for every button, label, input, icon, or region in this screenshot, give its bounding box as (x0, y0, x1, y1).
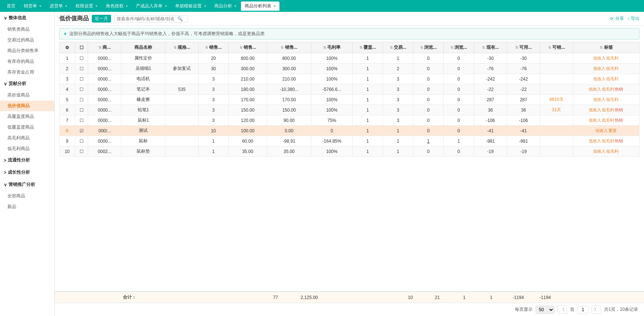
chevron-icon: > (4, 170, 6, 175)
nav-item-进货单[interactable]: 进货单× (46, 1, 71, 11)
cell-s3: 90.00 (267, 115, 311, 126)
col-header-code[interactable]: ⇅ 商... (88, 42, 121, 53)
cell-check: ☐ (75, 95, 88, 105)
cell-browse1[interactable]: 0 (413, 53, 443, 64)
chevron-icon: ∨ (4, 182, 7, 187)
cell-spec: 535 (165, 84, 198, 95)
nav-item-产成品入库单[interactable]: 产成品入库单× (132, 1, 171, 11)
cell-browse1[interactable]: 0 (413, 115, 443, 126)
nav-item-角色授权[interactable]: 角色授权× (102, 1, 132, 11)
sidebar-item-新品[interactable]: 新品 (0, 201, 54, 212)
cell-browse1[interactable]: 1 (413, 136, 443, 146)
sidebar-section-贡献分析[interactable]: ∨贡献分析 (0, 78, 54, 90)
tag-低收入: 低收入 (589, 118, 601, 122)
nav-close-icon[interactable]: × (95, 4, 98, 8)
col-header-available[interactable]: ⇅ 可用... (507, 42, 540, 53)
footer-cell-13 (586, 295, 640, 300)
col-header-cover[interactable]: ⇅ 覆盖... (352, 42, 383, 53)
sidebar-section-整体信息[interactable]: ∨整体信息 (0, 12, 54, 24)
time-filter-button[interactable]: 近一月 (92, 15, 111, 23)
first-page-button[interactable]: 〈 (557, 305, 567, 314)
col-header-saleable[interactable]: ⇅ 可销... (540, 42, 573, 53)
col-header-browse2[interactable]: ⇅ 浏览... (443, 42, 474, 53)
cell-s3: -10,380... (267, 84, 311, 95)
page-label: 首 (570, 306, 574, 313)
sidebar-item-低覆盖度商品[interactable]: 低覆盖度商品 (0, 122, 54, 133)
col-header-grossRate[interactable]: ⇅ 毛利率 (311, 42, 353, 53)
col-header-name[interactable]: 商品名称 (121, 42, 165, 53)
nav-item-销货单[interactable]: 销货单× (20, 1, 45, 11)
sidebar-item-高覆盖度商品[interactable]: 高覆盖度商品 (0, 111, 54, 122)
nav-close-icon[interactable]: × (126, 4, 128, 8)
page-number-input[interactable] (577, 306, 588, 313)
cell-browse2: 0 (443, 84, 474, 95)
col-header-s2[interactable]: ⇅ 销售... (228, 42, 267, 53)
cell-browse1[interactable]: 0 (413, 84, 443, 95)
nav-item-权限设置[interactable]: 权限设置× (72, 1, 101, 11)
cell-check: ☐ (75, 53, 88, 64)
cell-browse1[interactable]: 0 (413, 105, 443, 115)
search-icon[interactable]: 🔍 (177, 16, 183, 21)
sidebar-item-低价值商品[interactable]: 低价值商品 (0, 101, 54, 111)
col-header-s1[interactable]: ⇅ 销售... (198, 42, 228, 53)
col-header-s3[interactable]: ⇅ 销售... (267, 42, 311, 53)
sidebar-section-流通性分析[interactable]: >流通性分析 (0, 154, 54, 166)
sidebar-item-高价值商品[interactable]: 高价值商品 (0, 90, 54, 101)
footer-cell-3: 2,125.00 (289, 295, 329, 300)
tag-热销: 热销 (615, 87, 623, 91)
sidebar-item-销售类商品[interactable]: 销售类商品 (0, 24, 54, 35)
sidebar-item-商品分类销售率[interactable]: 商品分类销售率 (0, 45, 54, 56)
nav-item-商品分析[interactable]: 商品分析× (211, 1, 240, 11)
cell-grossRate: 100% (311, 95, 353, 105)
tag-低毛利: 低毛利 (602, 139, 614, 143)
col-header-settings[interactable]: ⚙ (60, 42, 75, 53)
nav-item-单据模板设置[interactable]: 单据模板设置× (171, 1, 210, 11)
nav-close-icon[interactable]: × (274, 4, 276, 8)
cell-saleable (540, 136, 573, 146)
cell-browse1[interactable]: 0 (413, 64, 443, 74)
pagination-bar: 每页显示 50 100 200 〈 首 〉 共1页，10条记录 (55, 303, 644, 316)
col-header-browse1[interactable]: ⇅ 浏览... (413, 42, 443, 53)
next-page-button[interactable]: 〉 (591, 305, 601, 314)
per-page-select[interactable]: 50 100 200 (536, 306, 554, 314)
nav-close-icon[interactable]: × (204, 4, 206, 8)
col-header-spec[interactable]: ⇅ 规格... (165, 42, 198, 53)
col-header-checkbox[interactable]: ☐ (75, 42, 88, 53)
export-button[interactable]: ↑ 导出 (627, 16, 640, 22)
tag-低毛利: 低毛利 (602, 108, 614, 112)
nav-close-icon[interactable]: × (165, 4, 167, 8)
nav-item-首页[interactable]: 首页 (3, 1, 19, 11)
sidebar-item-高毛利商品[interactable]: 高毛利商品 (0, 133, 54, 143)
sidebar-item-全部商品[interactable]: 全部商品 (0, 191, 54, 201)
cell-spec (165, 95, 198, 105)
col-header-trade[interactable]: ⇅ 交易... (383, 42, 413, 53)
cell-no: 2 (60, 64, 75, 74)
nav-close-icon[interactable]: × (234, 4, 237, 8)
sidebar-item-低毛利商品[interactable]: 低毛利商品 (0, 143, 54, 154)
share-button[interactable]: ⟳ 分享 (610, 16, 624, 22)
nav-close-icon[interactable]: × (65, 4, 67, 8)
table-row: 2☐0000...吴细细1参加复试30300.00300.00100%1200-… (60, 64, 640, 74)
nav-close-icon[interactable]: × (39, 4, 41, 8)
cell-browse1[interactable]: 0 (413, 74, 443, 84)
cell-no: 4 (60, 84, 75, 95)
sidebar-section-成长性分析[interactable]: >成长性分析 (0, 166, 54, 179)
sidebar-item-库存资金占用[interactable]: 库存资金占用 (0, 67, 54, 78)
cell-browse1[interactable]: 0 (413, 126, 443, 136)
cell-browse1[interactable]: 0 (413, 146, 443, 157)
cell-no: 8 (60, 126, 75, 136)
nav-item-商品分析列表[interactable]: 商品分析列表× (241, 1, 279, 11)
sidebar-section-营销推广分析[interactable]: ∨营销推广分析 (0, 179, 54, 191)
cell-cover: 1 (352, 64, 383, 74)
col-header-current[interactable]: ⇅ 现有... (474, 42, 507, 53)
tag-低收入: 低收入 (589, 87, 601, 91)
sidebar-item-交易过的商品[interactable]: 交易过的商品 (0, 35, 54, 45)
cell-browse2: 0 (443, 95, 474, 105)
table-body: 1☐0000...属性定价20800.00800.00100%1100-30-3… (60, 53, 640, 157)
cell-browse1[interactable]: 0 (413, 95, 443, 105)
col-header-tags[interactable]: ⇅ 标签 (573, 42, 640, 53)
sidebar-item-有库存的商品[interactable]: 有库存的商品 (0, 56, 54, 67)
cell-tags: 低收入低毛利 (573, 146, 640, 157)
search-input[interactable] (117, 16, 176, 21)
cell-spec: 参加复试 (165, 64, 198, 74)
